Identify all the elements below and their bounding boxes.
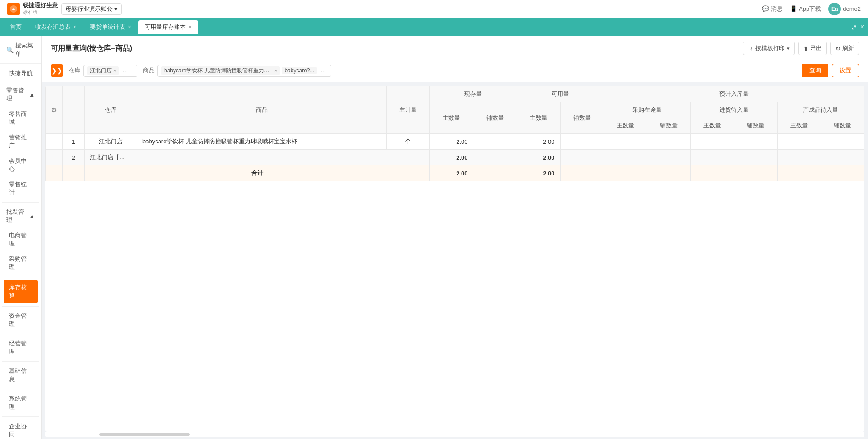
section-collab: 企业协同 [2, 417, 39, 439]
warehouse-dots[interactable]: ··· [121, 67, 129, 74]
td-avail-sub [560, 134, 604, 150]
export-label: 导出 [810, 44, 822, 52]
tab-available[interactable]: 可用量库存账本 × [138, 20, 198, 34]
sidebar-item-retail-shop[interactable]: 零售商城 [2, 106, 39, 130]
sidebar-item-quick-nav[interactable]: 快捷导航 [2, 66, 39, 81]
td-pp-sub-2 [821, 150, 864, 165]
table-row: 1 江北门店 babycare学饮杯 儿童防摔防撞吸管杯重力球吸嘴杯宝宝水杯 个… [46, 134, 864, 150]
tfoot-settings [46, 165, 63, 181]
section-basic: 基础信息 [2, 362, 39, 389]
td-pt-main [604, 134, 647, 150]
th-pp-sub: 辅数量 [821, 118, 864, 134]
td-stock-sub [473, 134, 517, 150]
td-pp-main [777, 134, 821, 150]
warehouse-label: 仓库 [69, 66, 80, 75]
filter-toggle-btn[interactable]: ❯❯ [51, 64, 63, 77]
section-retail-header[interactable]: 零售管理 ▲ [2, 83, 39, 106]
th-planned-in-group: 预计入库量 [604, 86, 864, 102]
td-pp-main-2 [777, 150, 821, 165]
message-icon: 💬 [762, 5, 769, 12]
message-action[interactable]: 💬 消息 [762, 5, 783, 13]
print-icon: 🖨 [748, 45, 754, 52]
th-purchase-transit-group: 采购在途量 [604, 102, 690, 118]
page-header: 可用量查询(按仓库+商品) 🖨 按模板打印 ▾ ⬆ 导出 ↻ 刷新 [42, 36, 868, 59]
td-pt-main-2 [604, 150, 647, 165]
td-warehouse-2: 江北门店【... [85, 150, 430, 165]
tfoot-pt-main [604, 165, 647, 181]
tab-home[interactable]: 首页 [4, 20, 28, 34]
sidebar-item-ops[interactable]: 经营管理 [2, 336, 39, 359]
close-all-btn[interactable]: × [860, 23, 864, 31]
section-ops: 经营管理 [2, 334, 39, 362]
sidebar-item-purchase[interactable]: 采购管理 [2, 251, 39, 275]
product-input[interactable]: babycare学饮杯 儿童防摔防撞吸管杯重力球吸嘴杯宝宝水杯 × babyca… [157, 65, 331, 77]
sidebar-item-ecommerce[interactable]: 电商管理 [2, 228, 39, 251]
td-avail-main: 2.00 [517, 134, 560, 150]
nav-tabs: 首页 收发存汇总表 × 要货单统计表 × 可用量库存账本 × ⤢ × [0, 18, 868, 36]
tab-receive-close[interactable]: × [73, 24, 76, 30]
sidebar-item-retail-stat[interactable]: 零售统计 [2, 177, 39, 200]
table-body: 1 江北门店 babycare学饮杯 儿童防摔防撞吸管杯重力球吸嘴杯宝宝水杯 个… [46, 134, 864, 165]
tab-available-label: 可用量库存账本 [145, 23, 186, 31]
tab-order-close[interactable]: × [128, 24, 131, 30]
setting-btn[interactable]: 设置 [832, 64, 859, 77]
content-area: 可用量查询(按仓库+商品) 🖨 按模板打印 ▾ ⬆ 导出 ↻ 刷新 [42, 36, 868, 439]
search-menu-label: 搜索菜单 [15, 42, 35, 58]
top-bar: 畅捷通好生意 标准版 母婴行业演示账套 ▾ 💬 消息 📱 App下载 Ea de… [0, 0, 868, 18]
th-gp-sub: 辅数量 [734, 118, 777, 134]
product-dots[interactable]: ··· [319, 67, 327, 74]
section-system: 系统管理 [2, 389, 39, 417]
industry-selector[interactable]: 母婴行业演示账套 ▾ [61, 3, 122, 15]
tfoot-pp-sub [821, 165, 864, 181]
sidebar-item-collab[interactable]: 企业协同 [2, 419, 39, 439]
sidebar-item-system[interactable]: 系统管理 [2, 391, 39, 415]
sidebar-item-member[interactable]: 会员中心 [2, 153, 39, 177]
td-product: babycare学饮杯 儿童防摔防撞吸管杯重力球吸嘴杯宝宝水杯 [137, 134, 386, 150]
filter-bar: ❯❯ 仓库 江北门店 × ··· 商品 babycare学饮杯 儿童防摔防撞吸管… [42, 59, 868, 82]
td-avail-sub-2 [560, 150, 604, 165]
tab-order[interactable]: 要货单统计表 × [84, 20, 137, 34]
th-product-pending-group: 产成品待入量 [777, 102, 864, 118]
th-product: 商品 [137, 86, 386, 134]
td-warehouse: 江北门店 [85, 134, 137, 150]
expand-icon[interactable]: ⤢ [851, 23, 857, 32]
tfoot-stock-main: 2.00 [430, 165, 473, 181]
th-stock-group: 现存量 [430, 86, 517, 102]
sidebar-item-basic[interactable]: 基础信息 [2, 363, 39, 387]
logo-area: 畅捷通好生意 标准版 [7, 2, 58, 16]
section-wholesale-header[interactable]: 批发管理 ▲ [2, 204, 39, 228]
section-retail-arrow: ▲ [29, 91, 35, 98]
gear-icon[interactable]: ⚙ [51, 106, 57, 113]
th-avail-sub: 辅数量 [560, 102, 604, 134]
tfoot-pp-main [777, 165, 821, 181]
th-unit: 主计量 [387, 86, 430, 134]
industry-arrow-icon: ▾ [114, 5, 118, 12]
user-area[interactable]: Ea demo2 [828, 3, 861, 15]
print-btn[interactable]: 🖨 按模板打印 ▾ [743, 42, 795, 55]
product-tag1-close[interactable]: × [274, 68, 277, 73]
tab-receive[interactable]: 收发存汇总表 × [29, 20, 83, 34]
filter-actions: 查询 设置 [802, 64, 859, 77]
sidebar-item-marketing[interactable]: 营销推广 [2, 130, 39, 153]
search-menu-btn[interactable]: 🔍 搜索菜单 [4, 40, 38, 60]
tab-home-label: 首页 [10, 23, 22, 31]
export-btn[interactable]: ⬆ 导出 [798, 42, 827, 55]
search-icon: 🔍 [6, 47, 14, 53]
table-area: ⚙ 仓库 商品 主计量 现存量 可用量 预计入库量 主数量 辅数量 主数量 [45, 86, 864, 432]
quick-nav-label: 快捷导航 [9, 69, 33, 77]
warehouse-input[interactable]: 江北门店 × ··· [83, 65, 137, 77]
logo-sub: 标准版 [23, 9, 58, 16]
query-btn[interactable]: 查询 [802, 64, 828, 77]
tab-available-close[interactable]: × [189, 24, 192, 30]
sidebar-item-finance[interactable]: 资金管理 [2, 308, 39, 332]
download-action[interactable]: 📱 App下载 [790, 5, 821, 13]
scroll-thumb[interactable] [99, 433, 190, 436]
refresh-btn[interactable]: ↻ 刷新 [830, 42, 859, 55]
sidebar-item-inventory[interactable]: 库存核算 [4, 280, 38, 303]
top-bar-right: 💬 消息 📱 App下载 Ea demo2 [762, 3, 861, 15]
warehouse-tag-close[interactable]: × [113, 68, 116, 73]
industry-label: 母婴行业演示账套 [66, 5, 113, 13]
section-inventory: 库存核算 [2, 277, 39, 307]
section-finance: 资金管理 [2, 307, 39, 334]
td-pt-sub-2 [647, 150, 690, 165]
